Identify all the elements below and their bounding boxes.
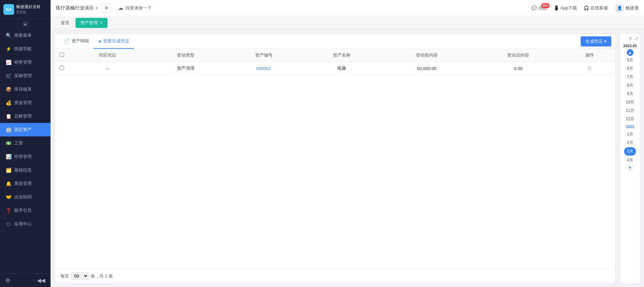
panel-year-2023: 2023: [624, 123, 635, 130]
sidebar-item-apps[interactable]: ⬡ 应用中心: [0, 217, 51, 231]
sidebar-item-quicknav[interactable]: ⚡ 快捷导航: [0, 42, 51, 56]
month-label-6月[interactable]: 6月: [623, 64, 637, 73]
row-checkbox-cell: [55, 62, 68, 75]
tab-close-asset[interactable]: ✕: [100, 21, 103, 25]
sidebar-label-guide: 新手引导: [14, 208, 32, 214]
gear-button[interactable]: ⚙: [102, 3, 111, 13]
tab-label-home: 首页: [61, 20, 69, 26]
tab-asset-detail[interactable]: 📄 资产明细: [59, 34, 94, 49]
sidebar-item-fixed[interactable]: 🏢 固定资产: [0, 123, 51, 136]
sidebar-label-purchase: 采购管理: [14, 73, 32, 79]
main-card: 📄 资产明细 ● 变更生成凭证 生成凭证 ▾: [55, 34, 616, 283]
tab-asset[interactable]: 资产管理✕: [75, 18, 108, 28]
panel-expand-button[interactable]: ⤢: [635, 36, 639, 41]
month-label-10月[interactable]: 10月: [623, 98, 637, 106]
online-service-button[interactable]: 🎧 在线客服: [584, 5, 608, 11]
month-label-7月[interactable]: 7月: [623, 73, 637, 81]
month-2023-1月[interactable]: 1月: [622, 130, 638, 138]
sales-icon: 📈: [5, 59, 11, 65]
per-page-select[interactable]: 2050100: [71, 272, 89, 280]
sidebar-item-purchase[interactable]: 🛒 采购管理: [0, 69, 51, 83]
app-download-label: App下载: [560, 5, 577, 11]
sidebar-item-enterprise[interactable]: 🤝 企业协同: [0, 190, 51, 204]
voucher-icon: ●: [98, 38, 101, 44]
month-2023-4月[interactable]: 4月: [622, 156, 638, 164]
delete-row-button-0[interactable]: 🗑: [587, 65, 592, 71]
messages-badge: 99+: [541, 3, 550, 8]
month-label-11月[interactable]: 11月: [623, 106, 637, 115]
system-icon: 🔔: [5, 181, 11, 187]
sidebar-item-guide[interactable]: ❓ 新手引导: [0, 204, 51, 217]
logo-sub: 普及版: [16, 10, 40, 14]
sidebar-footer: ⚙ ◀◀: [0, 274, 51, 287]
scroll-up-btn[interactable]: ▲: [23, 21, 28, 27]
select-all-checkbox[interactable]: [60, 53, 64, 57]
data-table: 对应凭证 变动类型 资产编号 资产名称 变动前内容 变动后内容 操作 -- 资产…: [55, 49, 615, 75]
tab-label-asset: 资产管理: [80, 20, 98, 26]
experience-label[interactable]: 我要体验一下: [125, 5, 152, 11]
sidebar-item-management[interactable]: 📊 经营管理: [0, 150, 51, 163]
guide-icon: ❓: [5, 208, 11, 214]
table-row: -- 资产清理 000001 电脑 50,000.00 0.00 🗑: [55, 62, 615, 75]
quicknav-icon: ⚡: [5, 46, 11, 52]
panel-close-button[interactable]: ✕: [628, 36, 633, 41]
tab-home[interactable]: 首页: [56, 18, 74, 28]
per-page-label: 每页: [60, 273, 69, 279]
sidebar-label-system: 系统管理: [14, 181, 32, 187]
tab-voucher-label: 变更生成凭证: [103, 38, 129, 44]
month-label-12月[interactable]: 12月: [623, 115, 637, 123]
base-icon: 🗂️: [5, 167, 11, 173]
sidebar-label-quicknav: 快捷导航: [14, 46, 32, 52]
generate-chevron-icon: ▾: [604, 39, 607, 44]
settings-icon[interactable]: ⚙: [5, 277, 10, 284]
cell-before-0: 50,000.00: [381, 62, 472, 75]
content: 📄 资产明细 ● 变更生成凭证 生成凭证 ▾: [51, 30, 644, 287]
panel-down-nav[interactable]: ▼: [627, 164, 634, 171]
user-section[interactable]: 👤 畅捷通: [615, 3, 639, 13]
ledger-icon: 📋: [5, 113, 11, 119]
topbar-title: 医疗器械行业演示 ▾: [56, 5, 98, 11]
experience-section: ☁ 我要体验一下: [118, 5, 152, 11]
sidebar-item-inventory[interactable]: 📦 库存核算: [0, 83, 51, 96]
generate-voucher-button[interactable]: 生成凭证 ▾: [581, 36, 611, 46]
tab-voucher-generate[interactable]: ● 变更生成凭证: [94, 34, 134, 49]
sidebar-label-funds: 资金管理: [14, 100, 32, 106]
month-label-9月[interactable]: 9月: [623, 90, 637, 98]
month-2023-2月[interactable]: 2月: [622, 138, 638, 147]
topbar-chevron-icon[interactable]: ▾: [96, 6, 98, 10]
sidebar-item-sales[interactable]: 📈 销售管理: [0, 56, 51, 69]
row-checkbox-0[interactable]: [60, 66, 64, 70]
sidebar-item-salary[interactable]: 💵 工资: [0, 136, 51, 150]
month-label-8月[interactable]: 8月: [623, 81, 637, 90]
sidebar-label-management: 经营管理: [14, 154, 32, 160]
col-before: 变动前内容: [381, 49, 472, 62]
sidebar: AtA 畅捷通好业财 普及版 ▲ 🔍 搜索菜单 ⚡ 快捷导航 📈 销售管理 🛒 …: [0, 0, 51, 287]
sidebar-item-base[interactable]: 🗂️ 基础信息: [0, 163, 51, 177]
sidebar-item-funds[interactable]: 💰 资金管理: [0, 96, 51, 109]
sidebar-label-ledger: 总账管理: [14, 113, 32, 119]
cloud-icon: ☁: [118, 5, 123, 11]
collapse-icon[interactable]: ◀◀: [37, 277, 45, 284]
panel-up-nav[interactable]: ▲: [627, 49, 634, 56]
messages-button[interactable]: 💬 消息 99+: [531, 5, 547, 11]
sidebar-item-ledger[interactable]: 📋 总账管理: [0, 109, 51, 123]
management-icon: 📊: [5, 154, 11, 160]
col-change-type: 变动类型: [147, 49, 225, 62]
inventory-icon: 📦: [5, 86, 11, 92]
logo-icon: AtA: [3, 4, 14, 15]
sidebar-label-search: 搜索菜单: [14, 32, 32, 38]
fixed-icon: 🏢: [5, 127, 11, 133]
cell-action-0: 🗑: [564, 62, 615, 75]
month-label-5月[interactable]: 5月: [623, 56, 637, 64]
app-download-button[interactable]: 📱 App下载: [554, 5, 577, 11]
sidebar-item-search[interactable]: 🔍 搜索菜单: [0, 29, 51, 42]
online-service-label: 在线客服: [590, 5, 608, 11]
sidebar-logo: AtA 畅捷通好业财 普及版: [0, 0, 51, 19]
tab-detail-label: 资产明细: [71, 38, 89, 44]
apps-icon: ⬡: [5, 221, 11, 227]
sidebar-item-system[interactable]: 🔔 系统管理: [0, 177, 51, 190]
sidebar-label-sales: 销售管理: [14, 59, 32, 65]
side-calendar-panel: ✕ ⤢ 2023.03 ▲ 5月6月7月8月9月10月11月12月 2023 1…: [620, 34, 640, 283]
col-checkbox: [55, 49, 68, 62]
month-2023-3月[interactable]: 3月: [624, 147, 636, 156]
